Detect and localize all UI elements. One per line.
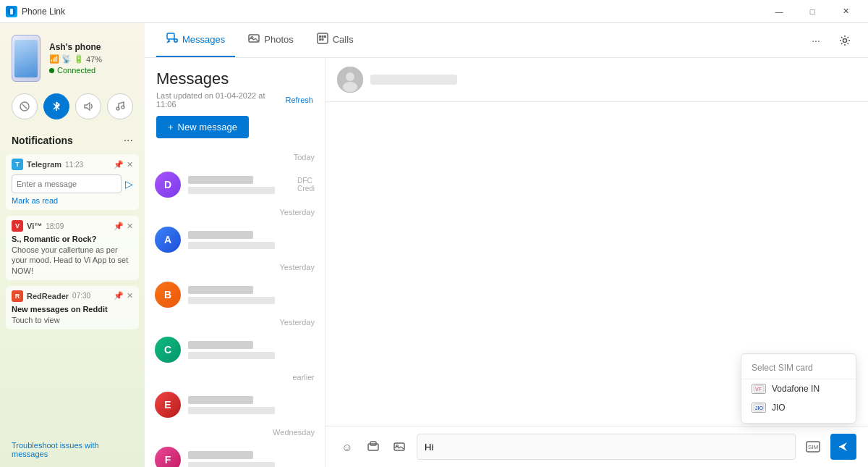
sim-option-vodafone[interactable]: VF Vodafone IN xyxy=(741,379,856,398)
svg-point-5 xyxy=(116,107,119,110)
chat-header xyxy=(326,58,868,102)
reddit-time: 07:30 xyxy=(72,292,90,300)
msg-preview xyxy=(188,187,275,194)
vi-pin-button[interactable]: 📌 xyxy=(114,222,124,231)
reddit-notif-title: New messages on Reddit xyxy=(12,305,133,314)
bluetooth-button[interactable] xyxy=(43,93,69,119)
device-info: Ash's phone 📶 📡 🔋 47% Connected xyxy=(49,42,102,75)
device-section: Ash's phone 📶 📡 🔋 47% Connected xyxy=(0,23,145,88)
vi-notif-actions: 📌 ✕ xyxy=(114,222,133,231)
app-title: Phone Link xyxy=(22,7,65,17)
svg-point-20 xyxy=(343,82,357,92)
conversation-item[interactable]: F xyxy=(145,439,325,467)
settings-button[interactable] xyxy=(833,29,856,52)
send-message-button[interactable] xyxy=(830,434,856,460)
notifications-more-button[interactable]: ··· xyxy=(124,134,133,147)
svg-text:SIM: SIM xyxy=(808,444,819,450)
new-message-label: New message xyxy=(178,122,237,132)
top-nav: Messages Photos Calls ··· xyxy=(145,23,868,58)
minimize-button[interactable]: — xyxy=(762,0,796,23)
tab-messages[interactable]: Messages xyxy=(156,23,235,57)
messages-updated: Last updated on 01-04-2022 at 11:06 Refr… xyxy=(156,91,313,109)
contact-name xyxy=(188,451,253,459)
telegram-reply-input[interactable] xyxy=(12,174,122,193)
new-message-button[interactable]: + New message xyxy=(156,116,249,138)
reddit-close-button[interactable]: ✕ xyxy=(127,291,133,300)
notif-app-info: T Telegram 11:23 xyxy=(12,159,83,170)
chat-input-icons-right: SIM xyxy=(803,437,823,457)
msg-preview xyxy=(188,242,275,249)
conversation-item[interactable]: B xyxy=(145,274,325,315)
svg-rect-12 xyxy=(319,35,321,38)
chat-input-icons-left: ☺ xyxy=(337,437,409,457)
vi-close-button[interactable]: ✕ xyxy=(127,222,133,231)
msg-info xyxy=(188,286,315,304)
date-label-wed-1: Wednesday xyxy=(145,425,325,439)
chat-message-input[interactable] xyxy=(417,434,796,460)
telegram-pin-button[interactable]: 📌 xyxy=(114,160,124,169)
vi-notification: V Vi™ 18:09 📌 ✕ S., Romantic or Rock? Ch… xyxy=(6,216,139,280)
sim-option-jio[interactable]: JIO JIO xyxy=(741,398,856,417)
refresh-button[interactable]: Refresh xyxy=(285,96,313,104)
vi-notif-header: V Vi™ 18:09 📌 ✕ xyxy=(12,220,133,232)
sim-select-button[interactable]: SIM xyxy=(803,437,823,457)
conversation-item[interactable]: C xyxy=(145,329,325,370)
telegram-send-button[interactable]: ▷ xyxy=(124,175,133,193)
telegram-icon: T xyxy=(12,159,23,170)
msg-preview xyxy=(188,407,275,414)
vi-icon: V xyxy=(12,220,23,232)
telegram-app-name: Telegram xyxy=(27,160,61,169)
svg-line-3 xyxy=(22,104,27,109)
vi-notif-body: Choose your callertune as per your mood.… xyxy=(12,245,133,276)
window-controls[interactable]: — □ ✕ xyxy=(762,0,862,23)
msg-preview xyxy=(188,352,275,359)
music-button[interactable] xyxy=(107,93,133,119)
notifications-title: Notifications xyxy=(12,135,73,146)
close-button[interactable]: ✕ xyxy=(829,0,862,23)
signal-icon: 📡 xyxy=(61,54,72,64)
last-updated-text: Last updated on 01-04-2022 at 11:06 xyxy=(156,91,281,109)
main-area: Messages Photos Calls ··· xyxy=(145,23,868,467)
sim-jio-icon: JIO xyxy=(752,403,766,413)
chat-input-area: ☺ SIM xyxy=(326,426,868,467)
messages-title: Messages xyxy=(156,70,313,88)
telegram-close-button[interactable]: ✕ xyxy=(127,160,133,169)
svg-point-6 xyxy=(122,106,124,109)
nav-tabs: Messages Photos Calls xyxy=(156,23,364,57)
reddit-app-info: R RedReader 07:30 xyxy=(12,290,90,302)
date-label-yesterday-1: Yesterday xyxy=(145,205,325,219)
svg-rect-1 xyxy=(10,9,13,14)
reddit-notif-body: Touch to view xyxy=(12,315,133,325)
maximize-button[interactable]: □ xyxy=(796,0,829,23)
conversation-list: Today D DFCCredi Yesterday A xyxy=(145,150,325,467)
troubleshoot-link[interactable]: Troubleshoot issues with messages xyxy=(0,432,145,467)
calls-tab-icon xyxy=(317,33,328,46)
reddit-notif-header: R RedReader 07:30 📌 ✕ xyxy=(12,290,133,302)
titlebar-left: Phone Link xyxy=(6,6,65,17)
contact-avatar: C xyxy=(155,337,181,363)
attachment-button[interactable] xyxy=(363,437,383,457)
telegram-mark-read-button[interactable]: Mark as read xyxy=(12,196,58,205)
image-button[interactable] xyxy=(389,437,409,457)
reddit-pin-button[interactable]: 📌 xyxy=(114,291,124,300)
quick-actions xyxy=(0,88,145,128)
reddit-icon: R xyxy=(12,290,23,302)
date-label-yesterday-2: Yesterday xyxy=(145,260,325,274)
emoji-button[interactable]: ☺ xyxy=(337,437,357,457)
titlebar: Phone Link — □ ✕ xyxy=(0,0,868,23)
app-body: Ash's phone 📶 📡 🔋 47% Connected xyxy=(0,23,868,467)
chat-contact-avatar xyxy=(337,67,363,93)
phone-preview xyxy=(12,35,41,82)
conversation-item[interactable]: E xyxy=(145,384,325,425)
msg-info xyxy=(188,341,315,359)
conversation-item[interactable]: D DFCCredi xyxy=(145,164,325,205)
calls-tab-label: Calls xyxy=(333,34,354,45)
msg-info xyxy=(188,451,315,468)
conversation-item[interactable]: A xyxy=(145,219,325,260)
volume-button[interactable] xyxy=(75,93,101,119)
tab-calls[interactable]: Calls xyxy=(307,23,364,57)
battery-percent: 47% xyxy=(86,55,102,64)
tab-photos[interactable]: Photos xyxy=(238,23,303,57)
more-options-button[interactable]: ··· xyxy=(804,29,827,52)
mute-button[interactable] xyxy=(12,93,38,119)
